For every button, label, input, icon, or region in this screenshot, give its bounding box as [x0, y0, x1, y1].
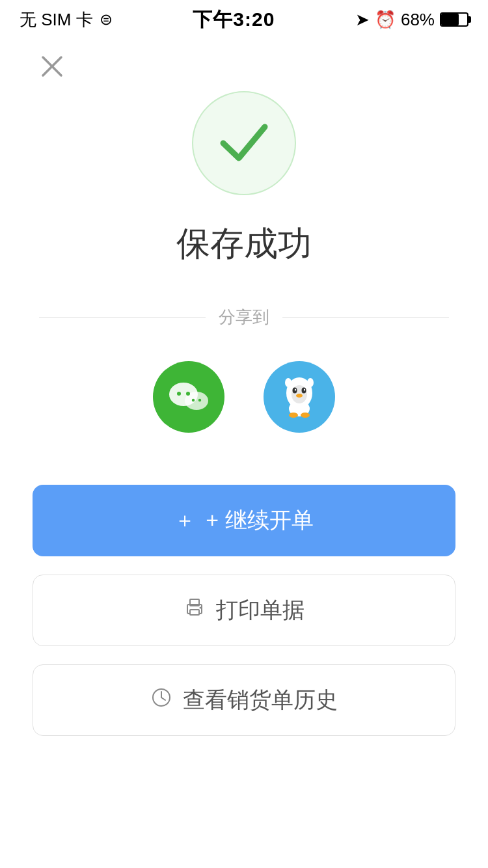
svg-line-26 — [161, 698, 165, 700]
share-wechat-button[interactable] — [153, 361, 224, 433]
divider-line-left — [39, 317, 206, 318]
svg-point-12 — [302, 388, 306, 394]
print-icon — [183, 597, 206, 624]
history-label: 查看销货单历史 — [183, 685, 338, 715]
divider-line-right — [282, 317, 449, 318]
action-buttons: ＋ + 继续开单 打印单据 查看销货单 — [0, 485, 488, 736]
svg-point-11 — [293, 388, 297, 394]
continue-order-label: + 继续开单 — [206, 506, 313, 536]
status-time: 下午3:20 — [193, 7, 275, 33]
success-title: 保存成功 — [176, 221, 312, 267]
status-bar: 无 SIM 卡 ⊜ 下午3:20 ➤ ⏰ 68% — [0, 0, 488, 39]
print-icon-svg — [183, 597, 206, 619]
print-button[interactable]: 打印单据 — [33, 575, 455, 646]
battery-percent: 68% — [401, 10, 435, 30]
success-circle — [192, 91, 296, 195]
svg-point-17 — [301, 413, 310, 418]
print-label: 打印单据 — [216, 595, 305, 625]
svg-point-15 — [296, 394, 303, 398]
svg-point-14 — [304, 389, 305, 391]
battery-icon — [440, 12, 468, 27]
share-icons-row — [153, 361, 335, 433]
svg-point-6 — [192, 399, 195, 401]
status-right: ➤ ⏰ 68% — [355, 10, 468, 30]
svg-point-19 — [307, 378, 314, 387]
qq-icon — [279, 375, 319, 419]
history-icon — [150, 686, 172, 714]
svg-point-13 — [295, 389, 296, 391]
no-sim-label: 无 SIM 卡 — [20, 8, 93, 31]
share-divider: 分享到 — [0, 306, 488, 329]
svg-point-5 — [186, 392, 190, 396]
checkmark-icon — [218, 120, 270, 166]
close-icon — [40, 55, 64, 78]
svg-rect-22 — [190, 610, 199, 615]
wechat-icon — [169, 380, 209, 414]
svg-point-18 — [285, 378, 291, 387]
share-label: 分享到 — [206, 306, 282, 329]
plus-icon: ＋ — [174, 506, 195, 535]
close-button[interactable] — [33, 47, 72, 86]
wifi-icon: ⊜ — [100, 10, 113, 29]
share-qq-button[interactable] — [264, 361, 335, 433]
svg-point-7 — [198, 399, 201, 401]
svg-point-23 — [200, 607, 202, 609]
svg-point-16 — [289, 413, 298, 418]
continue-order-button[interactable]: ＋ + 继续开单 — [33, 485, 455, 556]
svg-point-4 — [177, 392, 181, 396]
location-icon: ➤ — [355, 10, 370, 30]
status-left: 无 SIM 卡 ⊜ — [20, 8, 113, 31]
history-icon-svg — [150, 686, 172, 709]
alarm-icon: ⏰ — [375, 10, 396, 30]
main-content: 保存成功 分享到 — [0, 39, 488, 736]
history-button[interactable]: 查看销货单历史 — [33, 664, 455, 736]
